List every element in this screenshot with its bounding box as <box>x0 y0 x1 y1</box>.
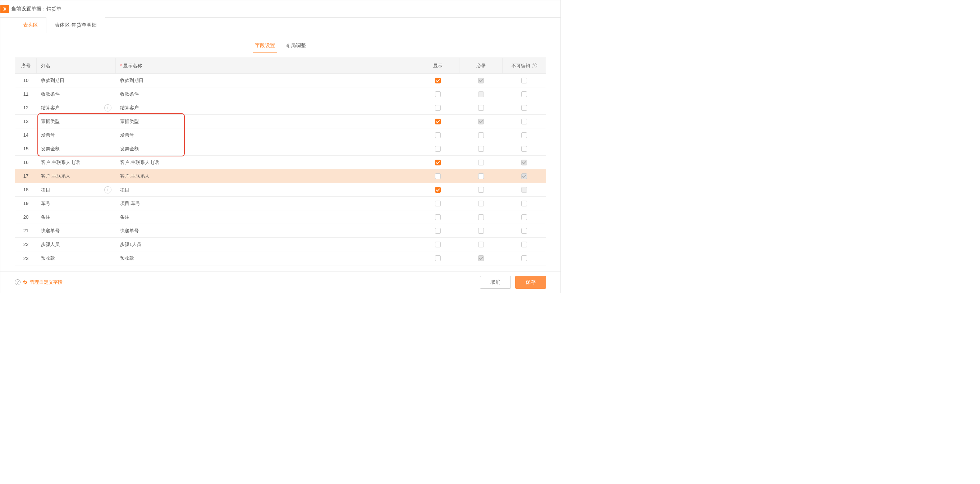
checkbox-readonly[interactable] <box>521 228 527 234</box>
checkbox-readonly[interactable] <box>521 242 527 247</box>
cell-show <box>416 242 460 247</box>
expand-toggle[interactable] <box>0 5 9 13</box>
cell-show <box>416 160 460 166</box>
checkbox-show[interactable] <box>435 160 441 166</box>
cell-display[interactable]: 客户.主联系人电话 <box>116 159 416 166</box>
cell-name: 票据类型 <box>37 118 116 125</box>
manage-custom-fields-link[interactable]: 管理自定义字段 <box>30 279 62 285</box>
checkbox-show[interactable] <box>435 201 441 206</box>
checkbox-required[interactable] <box>478 132 484 138</box>
cell-readonly <box>503 214 546 220</box>
cell-seq: 19 <box>15 201 37 206</box>
checkbox-show[interactable] <box>435 78 441 83</box>
cell-name: 客户.主联系人电话 <box>37 159 116 166</box>
cell-show <box>416 255 460 261</box>
table-row[interactable]: 18项目+项目 <box>15 183 546 197</box>
checkbox-show[interactable] <box>435 187 441 193</box>
cell-required <box>460 78 503 83</box>
checkbox-show[interactable] <box>435 174 441 179</box>
checkbox-show[interactable] <box>435 255 441 261</box>
table-row[interactable]: 23预收款预收款 <box>15 252 546 265</box>
checkbox-required[interactable] <box>478 146 484 152</box>
checkbox-readonly[interactable] <box>521 119 527 124</box>
checkbox-readonly[interactable] <box>521 214 527 220</box>
checkbox-readonly[interactable] <box>521 91 527 97</box>
table-row[interactable]: 10收款到期日收款到期日 <box>15 74 546 88</box>
checkbox-show[interactable] <box>435 91 441 97</box>
cell-display[interactable]: 票据类型 <box>116 118 416 125</box>
cell-name: 备注 <box>37 214 116 220</box>
subtab-0[interactable]: 字段设置 <box>253 40 277 53</box>
save-button[interactable]: 保存 <box>515 276 546 289</box>
cell-display[interactable]: 发票号 <box>116 132 416 139</box>
checkbox-show[interactable] <box>435 146 441 152</box>
checkbox-readonly[interactable] <box>521 255 527 261</box>
cell-readonly <box>503 160 546 166</box>
checkbox-required[interactable] <box>478 187 484 193</box>
table-row[interactable]: 20备注备注 <box>15 210 546 224</box>
table-row[interactable]: 17客户.主联系人客户.主联系人 <box>15 169 546 183</box>
cell-display[interactable]: 快递单号 <box>116 228 416 234</box>
field-table: 序号 列名 *显示名称 显示 必录 不可编辑? 10收款到期日收款到期日11收款… <box>15 57 546 265</box>
checkbox-show[interactable] <box>435 214 441 220</box>
table-row[interactable]: 22步骤人员步骤1人员 <box>15 238 546 252</box>
cell-required <box>460 201 503 206</box>
cell-readonly <box>503 78 546 83</box>
checkbox-show[interactable] <box>435 132 441 138</box>
cell-display[interactable]: 步骤1人员 <box>116 241 416 248</box>
checkbox-required[interactable] <box>478 105 484 111</box>
checkbox-required[interactable] <box>478 214 484 220</box>
cell-display[interactable]: 项目 <box>116 186 416 193</box>
tab-0[interactable]: 表头区 <box>15 17 46 33</box>
cell-seq: 15 <box>15 146 37 151</box>
table-row[interactable]: 13票据类型票据类型 <box>15 115 546 128</box>
checkbox-required[interactable] <box>478 160 484 166</box>
help-icon[interactable]: ? <box>532 63 537 68</box>
table-row[interactable]: 15发票金额发票金额 <box>15 142 546 156</box>
cell-required <box>460 160 503 166</box>
cell-readonly <box>503 91 546 97</box>
checkbox-readonly[interactable] <box>521 132 527 138</box>
checkbox-readonly[interactable] <box>521 146 527 152</box>
cell-show <box>416 187 460 193</box>
checkbox-readonly[interactable] <box>521 78 527 83</box>
cell-display[interactable]: 收款到期日 <box>116 77 416 84</box>
plus-icon[interactable]: + <box>104 186 111 193</box>
question-icon[interactable]: ? <box>15 279 21 285</box>
checkbox-required[interactable] <box>478 242 484 247</box>
sub-tabs: 字段设置布局调整 <box>0 40 560 53</box>
checkbox-show[interactable] <box>435 119 441 124</box>
table-row[interactable]: 16客户.主联系人电话客户.主联系人电话 <box>15 156 546 169</box>
checkbox-readonly[interactable] <box>521 201 527 206</box>
table-row[interactable]: 11收款条件收款条件 <box>15 88 546 101</box>
cell-required <box>460 187 503 193</box>
checkbox-required[interactable] <box>478 174 484 179</box>
cell-show <box>416 119 460 124</box>
table-row[interactable]: 19车号项目.车号 <box>15 197 546 210</box>
cell-display[interactable]: 预收款 <box>116 255 416 261</box>
table-row[interactable]: 14发票号发票号 <box>15 128 546 142</box>
cell-display[interactable]: 收款条件 <box>116 91 416 97</box>
checkbox-show[interactable] <box>435 228 441 234</box>
subtab-1[interactable]: 布局调整 <box>284 40 308 53</box>
checkbox-show[interactable] <box>435 105 441 111</box>
checkbox-required[interactable] <box>478 201 484 206</box>
checkbox-readonly[interactable] <box>521 105 527 111</box>
checkbox-required[interactable] <box>478 228 484 234</box>
cell-required <box>460 174 503 179</box>
checkbox-show[interactable] <box>435 242 441 247</box>
cell-display[interactable]: 发票金额 <box>116 146 416 152</box>
table-row[interactable]: 12结算客户+结算客户 <box>15 101 546 115</box>
cell-display[interactable]: 备注 <box>116 214 416 220</box>
cell-display[interactable]: 客户.主联系人 <box>116 173 416 180</box>
tab-1[interactable]: 表体区-销货单明细 <box>46 17 105 33</box>
cell-display[interactable]: 项目.车号 <box>116 200 416 207</box>
plus-icon[interactable]: + <box>104 104 111 111</box>
cell-required <box>460 214 503 220</box>
footer-left: ? 管理自定义字段 <box>15 279 62 285</box>
header-title: 当前设置单据：销货单 <box>11 6 62 12</box>
cancel-button[interactable]: 取消 <box>480 276 511 289</box>
cell-name: 步骤人员 <box>37 241 116 248</box>
cell-display[interactable]: 结算客户 <box>116 105 416 111</box>
table-row[interactable]: 21快递单号快递单号 <box>15 224 546 238</box>
